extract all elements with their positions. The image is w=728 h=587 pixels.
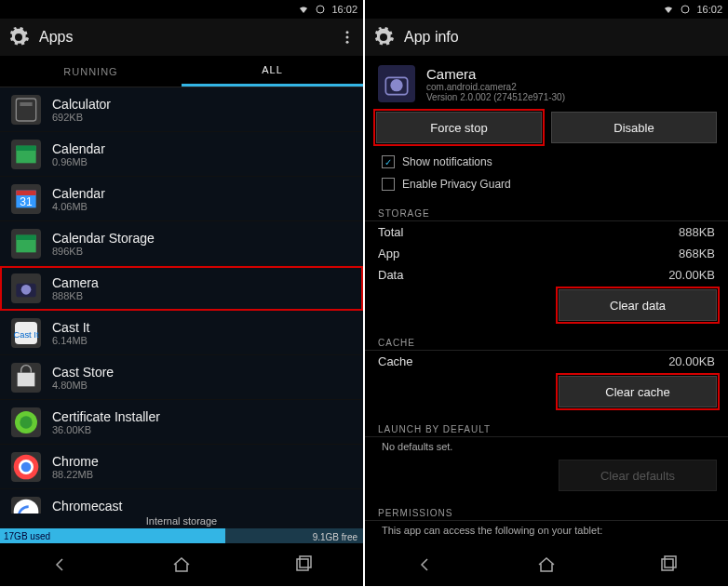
cache-label: Cache: [378, 354, 413, 368]
checkbox-label: Show notifications: [402, 155, 492, 168]
svg-text:Cast It: Cast It: [14, 330, 39, 340]
app-info-screen: 16:02 App info Camera com.android.camera…: [365, 0, 728, 586]
app-name: Calendar: [52, 186, 105, 201]
storage-label: Internal storage: [146, 515, 217, 527]
nav-bar: [0, 543, 363, 586]
app-size: 4.80MB: [52, 380, 114, 391]
app-size: 888KB: [52, 290, 99, 301]
svg-point-28: [681, 6, 689, 13]
checkbox-label: Enable Privacy Guard: [402, 178, 511, 191]
svg-rect-36: [662, 559, 673, 570]
launch-text: No defaults set.: [365, 437, 728, 456]
tab-all[interactable]: ALL: [182, 56, 363, 87]
svg-rect-17: [18, 372, 35, 386]
app-list-item[interactable]: Chrome88.22MB: [0, 445, 363, 489]
app-icon: Cast It: [11, 318, 41, 348]
svg-rect-4: [16, 99, 35, 121]
section-cache: CACHE: [365, 332, 728, 351]
clear-data-button[interactable]: Clear data: [559, 289, 717, 321]
svg-point-1: [346, 31, 349, 33]
storage-total-value: 888KB: [679, 225, 715, 239]
app-list[interactable]: Calculator692KBCalendar0.96MB31Calendar4…: [0, 87, 363, 514]
app-name: Cast It: [52, 320, 89, 335]
storage-app-label: App: [378, 247, 399, 260]
nav-home-icon[interactable]: [535, 554, 558, 576]
app-icon: [11, 452, 41, 482]
action-bar-title: App info: [404, 29, 459, 46]
app-size: 4.06MB: [52, 201, 105, 212]
status-time: 16:02: [696, 4, 722, 15]
app-icon: 31: [11, 184, 41, 214]
action-bar-title: Apps: [39, 29, 73, 46]
app-list-item[interactable]: Cast ItCast It6.14MB: [0, 311, 363, 355]
nav-recent-icon[interactable]: [291, 554, 314, 576]
svg-rect-7: [16, 145, 35, 150]
nav-back-icon[interactable]: [414, 554, 437, 576]
app-name: Calculator: [52, 97, 111, 112]
app-list-item[interactable]: 31Calendar4.06MB: [0, 177, 363, 221]
overflow-menu-icon[interactable]: [339, 29, 356, 46]
action-bar: Apps: [0, 19, 363, 56]
disable-button[interactable]: Disable: [551, 112, 717, 143]
storage-bar: Internal storage 17GB used 9.1GB free: [0, 514, 363, 543]
app-list-item[interactable]: Chromecast4.59MB: [0, 489, 363, 514]
permissions-intro: This app can access the following on you…: [365, 521, 728, 540]
gear-icon: [372, 26, 395, 48]
svg-rect-12: [16, 234, 35, 239]
wifi-icon: [298, 4, 309, 15]
wifi-icon: [663, 4, 674, 15]
svg-point-2: [346, 36, 349, 39]
app-size: 896KB: [52, 246, 155, 257]
show-notifications-checkbox[interactable]: ✓ Show notifications: [382, 151, 711, 173]
storage-bar-used: 17GB used: [0, 528, 225, 543]
app-icon: [378, 65, 415, 102]
app-size: 6.14MB: [52, 335, 89, 346]
app-name: Certificate Installer: [52, 409, 160, 424]
app-list-item[interactable]: Camera888KB: [0, 266, 363, 311]
circle-icon: [680, 4, 691, 15]
storage-app-value: 868KB: [679, 247, 715, 260]
app-size: 0.96MB: [52, 156, 105, 167]
app-name: Chrome: [52, 454, 99, 469]
app-list-item[interactable]: Calendar Storage896KB: [0, 221, 363, 266]
apps-list-screen: 16:02 Apps RUNNING ALL Calculator692KBCa…: [0, 0, 363, 586]
gear-icon: [7, 26, 30, 48]
app-name: Cast Store: [52, 365, 114, 380]
circle-icon: [315, 4, 326, 15]
privacy-guard-checkbox[interactable]: Enable Privacy Guard: [382, 173, 711, 195]
cache-value: 20.00KB: [668, 354, 715, 368]
app-size: 88.22MB: [52, 469, 99, 480]
svg-point-19: [20, 416, 32, 428]
svg-rect-37: [665, 556, 676, 567]
nav-home-icon[interactable]: [170, 554, 193, 576]
app-list-item[interactable]: Calendar0.96MB: [0, 132, 363, 177]
svg-rect-27: [300, 556, 311, 567]
nav-bar: [365, 543, 728, 586]
tab-running[interactable]: RUNNING: [0, 56, 182, 87]
app-package: com.android.camera2: [426, 82, 565, 92]
action-bar: App info: [365, 19, 728, 56]
app-icon: [11, 497, 41, 514]
checkbox-unchecked-icon: [382, 178, 395, 191]
app-name: Chromecast: [52, 499, 122, 514]
svg-point-29: [390, 79, 402, 91]
app-name: Camera: [52, 275, 99, 290]
app-header: Camera com.android.camera2 Version 2.0.0…: [365, 56, 728, 112]
app-icon: [11, 273, 41, 303]
storage-data-label: Data: [378, 268, 403, 282]
storage-free: 9.1GB free: [313, 532, 357, 542]
section-launch: LAUNCH BY DEFAULT: [365, 419, 728, 437]
app-list-item[interactable]: Certificate Installer36.00KB: [0, 400, 363, 445]
app-icon: [11, 95, 41, 125]
app-list-item[interactable]: Cast Store4.80MB: [0, 355, 363, 400]
app-list-item[interactable]: Calculator692KB: [0, 87, 363, 132]
nav-back-icon[interactable]: [49, 554, 72, 576]
nav-recent-icon[interactable]: [656, 554, 679, 576]
status-time: 16:02: [331, 4, 357, 15]
clear-cache-button[interactable]: Clear cache: [559, 376, 717, 407]
app-icon: [11, 363, 41, 393]
svg-text:31: 31: [20, 194, 33, 207]
force-stop-button[interactable]: Force stop: [376, 112, 542, 143]
app-icon: [11, 140, 41, 169]
app-name: Calendar Storage: [52, 231, 155, 246]
